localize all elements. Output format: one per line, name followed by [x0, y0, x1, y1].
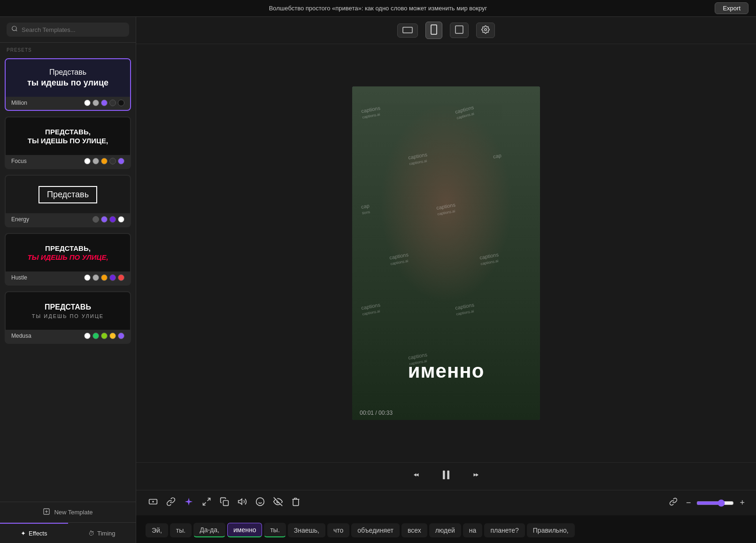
presets-label: PRESETS — [0, 43, 136, 55]
video-background: captionscaptions.ai captionscaptions.ai … — [352, 86, 540, 420]
caption-word-chip[interactable]: Да-да, — [193, 523, 225, 537]
timing-icon: ⏱ — [88, 530, 94, 537]
video-container: captionscaptions.ai captionscaptions.ai … — [352, 86, 540, 420]
square-view-button[interactable] — [450, 23, 469, 38]
template-focus[interactable]: ПРЕДСТАВЬ, ТЫ ИДЕШЬ ПО УЛИЦЕ, Focus — [5, 116, 131, 169]
swatch — [109, 333, 116, 339]
svg-rect-16 — [224, 501, 229, 506]
tab-timing[interactable]: ⏱ Timing — [68, 523, 136, 543]
zoom-in-button[interactable]: + — [738, 496, 747, 510]
swatch — [84, 100, 91, 106]
template-million-line1: Представь — [27, 68, 108, 78]
eye-off-button[interactable] — [270, 494, 285, 512]
portrait-view-button[interactable] — [425, 22, 442, 39]
swatch — [93, 100, 99, 106]
swatch — [118, 274, 124, 281]
svg-marker-17 — [239, 499, 242, 504]
caption-word-chip[interactable]: Знаешь, — [288, 523, 325, 537]
caption-word-chip[interactable]: объединяет — [351, 523, 400, 537]
new-template-label: New Template — [54, 509, 93, 516]
template-medusa-swatches — [84, 333, 124, 339]
delete-button[interactable] — [288, 494, 303, 512]
effects-icon: ✦ — [21, 530, 26, 537]
svg-point-18 — [256, 498, 264, 506]
template-million-preview: Представь ты идешь по улице — [6, 59, 130, 97]
zoom-out-button[interactable]: − — [684, 496, 693, 510]
template-focus-name: Focus — [11, 158, 27, 164]
search-bar — [0, 17, 136, 43]
template-focus-preview: ПРЕДСТАВЬ, ТЫ ИДЕШЬ ПО УЛИЦЕ, — [6, 117, 130, 155]
template-hustle-footer: Hustle — [6, 272, 130, 285]
template-focus-footer: Focus — [6, 155, 130, 168]
swatch — [93, 158, 99, 164]
caption-word-chip[interactable]: Эй, — [146, 523, 168, 537]
tab-effects-label: Effects — [29, 530, 47, 537]
rewind-button[interactable] — [409, 467, 424, 485]
playback-controls — [136, 462, 756, 490]
template-energy-swatches — [93, 216, 124, 223]
swatch — [101, 158, 108, 164]
link-zoom-button[interactable] — [666, 495, 680, 511]
main-layout: PRESETS Представь ты идешь по улице Mill… — [0, 17, 756, 543]
caption-word-chip[interactable]: именно — [227, 523, 262, 537]
template-medusa-name: Medusa — [11, 333, 31, 339]
zoom-slider[interactable] — [696, 499, 734, 507]
tab-effects[interactable]: ✦ Effects — [0, 523, 68, 543]
zoom-controls: − + — [666, 495, 747, 511]
template-energy-preview: Представь — [6, 176, 130, 213]
template-energy-footer: Energy — [6, 213, 130, 226]
landscape-view-button[interactable] — [397, 23, 418, 38]
volume-button[interactable] — [235, 494, 250, 512]
template-medusa-preview: ПРЕДСТАВЬ ТЫ ИДЕШЬ ПО УЛИЦЕ — [6, 292, 130, 330]
swatch — [109, 216, 116, 223]
swatch — [109, 100, 116, 106]
template-million-line2: ты идешь по улице — [27, 78, 108, 88]
duplicate-button[interactable] — [217, 494, 232, 512]
link-button[interactable] — [163, 494, 178, 512]
caption-word-chip[interactable]: Правильно, — [527, 523, 575, 537]
caption-word-chip[interactable]: на — [463, 523, 483, 537]
video-time-display: 00:01 / 00:33 — [360, 410, 393, 416]
fast-forward-button[interactable] — [469, 467, 484, 485]
swatch — [84, 158, 91, 164]
play-pause-button[interactable] — [438, 466, 455, 486]
emoji-button[interactable] — [253, 494, 268, 512]
settings-view-button[interactable] — [476, 23, 495, 38]
resize-button[interactable] — [199, 494, 214, 512]
svg-rect-9 — [443, 471, 445, 480]
new-template-icon — [43, 508, 50, 517]
sparkle-button[interactable] — [181, 494, 196, 512]
caption-word-chip[interactable]: ты. — [170, 523, 192, 537]
new-template-button[interactable]: New Template — [0, 502, 136, 522]
template-million[interactable]: Представь ты идешь по улице Million — [5, 58, 131, 111]
template-focus-line2: ТЫ ИДЕШЬ ПО УЛИЦЕ, — [28, 136, 108, 146]
swatch — [93, 333, 99, 339]
video-caption: именно — [352, 360, 540, 382]
swatch — [118, 216, 124, 223]
edit-tools-left — [146, 494, 303, 512]
caption-word-chip[interactable]: людей — [429, 523, 461, 537]
swatch — [101, 333, 108, 339]
svg-line-14 — [208, 498, 210, 501]
add-caption-button[interactable] — [146, 494, 161, 512]
swatch — [101, 100, 108, 106]
swatch — [93, 274, 99, 281]
caption-word-chip[interactable]: ты. — [264, 523, 285, 537]
template-hustle-name: Hustle — [11, 274, 27, 281]
swatch — [118, 333, 124, 339]
template-medusa[interactable]: ПРЕДСТАВЬ ТЫ ИДЕШЬ ПО УЛИЦЕ Medusa — [5, 291, 131, 344]
swatch — [84, 333, 91, 339]
caption-timeline: Эй,ты.Да-да,именноты.Знаешь,чтообъединяе… — [136, 515, 756, 543]
caption-word-chip[interactable]: планете? — [484, 523, 525, 537]
export-button[interactable]: Export — [715, 2, 748, 14]
search-input[interactable] — [22, 26, 124, 33]
template-hustle-preview: ПРЕДСТАВЬ, ТЫ ИДЕШЬ ПО УЛИЦЕ, — [6, 234, 130, 272]
svg-rect-5 — [403, 27, 412, 33]
center-content: captionscaptions.ai captionscaptions.ai … — [136, 17, 756, 543]
swatch — [109, 274, 116, 281]
template-hustle[interactable]: ПРЕДСТАВЬ, ТЫ ИДЕШЬ ПО УЛИЦЕ, Hustle — [5, 233, 131, 286]
caption-word-chip[interactable]: всех — [401, 523, 427, 537]
top-bar-title: Волшебство простого «привета»: как одно … — [269, 5, 487, 12]
caption-word-chip[interactable]: что — [327, 523, 349, 537]
template-energy[interactable]: Представь Energy — [5, 175, 131, 227]
